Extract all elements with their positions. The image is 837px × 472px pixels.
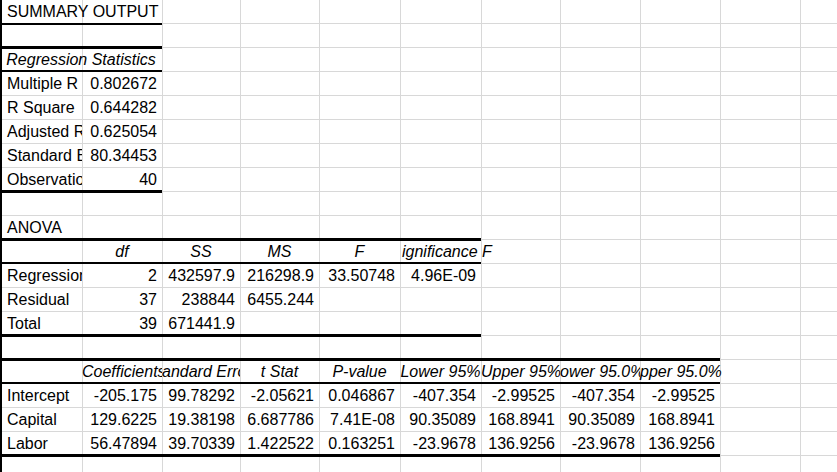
labor-t-stat[interactable]: 1.422522	[240, 432, 319, 456]
labor-p-value[interactable]: 0.163251	[319, 432, 400, 456]
anova-header-f[interactable]: F	[319, 240, 400, 264]
anova-header-ss[interactable]: SS	[162, 240, 240, 264]
labor-lower-95-0[interactable]: -23.9678	[560, 432, 640, 456]
capital-t-stat[interactable]: 6.687786	[240, 408, 319, 432]
coeff-header-upper-95[interactable]: Upper 95%	[481, 360, 560, 384]
labor-upper-95[interactable]: 136.9256	[481, 432, 560, 456]
coeff-row-capital-label[interactable]: Capital	[0, 408, 82, 432]
intercept-lower-95[interactable]: -407.354	[400, 384, 481, 408]
stat-value-r-square[interactable]: 0.644282	[82, 96, 162, 120]
summary-output-title[interactable]: SUMMARY OUTPUT	[0, 0, 220, 24]
anova-residual-ms[interactable]: 6455.244	[240, 288, 319, 312]
anova-row-total-label[interactable]: Total	[0, 312, 82, 336]
stat-value-observations[interactable]: 40	[82, 168, 162, 192]
capital-lower-95-0[interactable]: 90.35089	[560, 408, 640, 432]
anova-residual-df[interactable]: 37	[82, 288, 162, 312]
anova-title[interactable]: ANOVA	[0, 216, 82, 240]
stat-label-r-square[interactable]: R Square	[0, 96, 82, 120]
anova-header-significance-f[interactable]: ignificance F	[400, 240, 495, 264]
stat-value-adjusted-r[interactable]: 0.625054	[82, 120, 162, 144]
coeff-header-upper-95-0[interactable]: pper 95.0%	[640, 360, 725, 384]
anova-total-df[interactable]: 39	[82, 312, 162, 336]
labor-standard-error[interactable]: 39.70339	[162, 432, 240, 456]
capital-standard-error[interactable]: 19.38198	[162, 408, 240, 432]
intercept-standard-error[interactable]: 99.78292	[162, 384, 240, 408]
anova-residual-ss[interactable]: 238844	[162, 288, 240, 312]
stat-value-multiple-r[interactable]: 0.802672	[82, 72, 162, 96]
anova-regression-ms[interactable]: 216298.9	[240, 264, 319, 288]
anova-regression-ss[interactable]: 432597.9	[162, 264, 240, 288]
stat-label-adjusted-r[interactable]: Adjusted R	[0, 120, 82, 144]
anova-regression-sig-f[interactable]: 4.96E-09	[400, 264, 481, 288]
stat-label-observations[interactable]: Observatio	[0, 168, 82, 192]
intercept-coefficient[interactable]: -205.175	[82, 384, 162, 408]
stat-value-standard-error[interactable]: 80.34453	[82, 144, 162, 168]
coeff-header-p-value[interactable]: P-value	[319, 360, 400, 384]
capital-p-value[interactable]: 7.41E-08	[319, 408, 400, 432]
spreadsheet-regression-output: SUMMARY OUTPUT Regression Statistics Mul…	[0, 0, 837, 472]
coeff-row-intercept-label[interactable]: Intercept	[0, 384, 82, 408]
intercept-upper-95[interactable]: -2.99525	[481, 384, 560, 408]
anova-regression-df[interactable]: 2	[82, 264, 162, 288]
intercept-upper-95-0[interactable]: -2.99525	[640, 384, 720, 408]
anova-header-ms[interactable]: MS	[240, 240, 319, 264]
coeff-header-coefficients[interactable]: Coefficients	[82, 360, 162, 384]
coeff-header-lower-95[interactable]: Lower 95%	[400, 360, 481, 384]
regression-statistics-title[interactable]: Regression Statistics	[0, 48, 162, 72]
anova-total-ss[interactable]: 671441.9	[162, 312, 240, 336]
intercept-t-stat[interactable]: -2.05621	[240, 384, 319, 408]
anova-regression-f[interactable]: 33.50748	[319, 264, 400, 288]
coeff-row-labor-label[interactable]: Labor	[0, 432, 82, 456]
capital-coefficient[interactable]: 129.6225	[82, 408, 162, 432]
stat-label-standard-error[interactable]: Standard E	[0, 144, 82, 168]
capital-upper-95[interactable]: 168.8941	[481, 408, 560, 432]
capital-lower-95[interactable]: 90.35089	[400, 408, 481, 432]
stat-label-multiple-r[interactable]: Multiple R	[0, 72, 82, 96]
coeff-header-t-stat[interactable]: t Stat	[240, 360, 319, 384]
anova-row-regression-label[interactable]: Regression	[0, 264, 82, 288]
anova-header-df[interactable]: df	[82, 240, 162, 264]
intercept-lower-95-0[interactable]: -407.354	[560, 384, 640, 408]
intercept-p-value[interactable]: 0.046867	[319, 384, 400, 408]
labor-upper-95-0[interactable]: 136.9256	[640, 432, 720, 456]
capital-upper-95-0[interactable]: 168.8941	[640, 408, 720, 432]
labor-lower-95[interactable]: -23.9678	[400, 432, 481, 456]
coeff-header-standard-error[interactable]: andard Erro	[162, 360, 240, 384]
coeff-header-lower-95-0[interactable]: ower 95.0%	[560, 360, 640, 384]
labor-coefficient[interactable]: 56.47894	[82, 432, 162, 456]
anova-row-residual-label[interactable]: Residual	[0, 288, 82, 312]
